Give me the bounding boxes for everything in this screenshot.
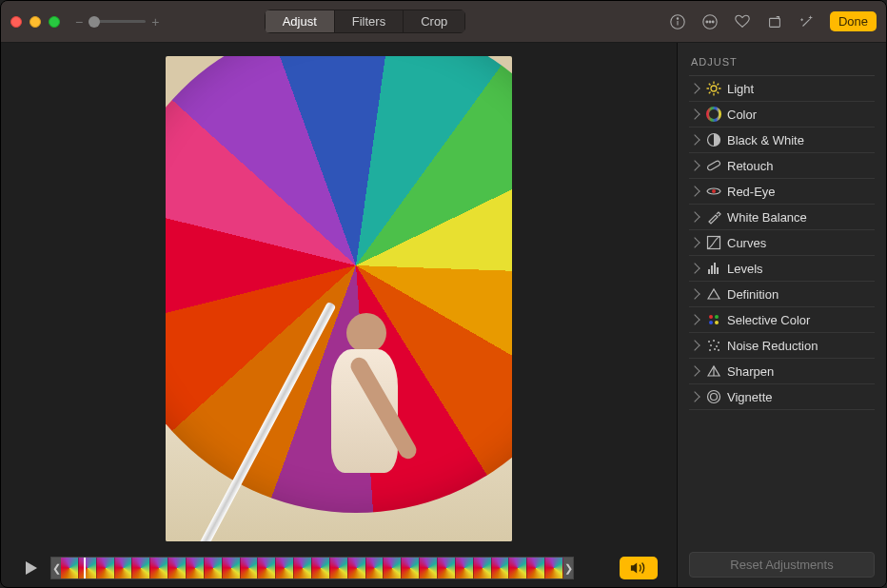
adjust-whitebalance[interactable]: White Balance — [689, 205, 875, 230]
more-button[interactable] — [700, 12, 719, 31]
trim-start-handle[interactable]: ❮ — [51, 558, 61, 578]
svg-point-35 — [709, 349, 711, 351]
adjust-label: Red-Eye — [727, 185, 776, 199]
svg-point-4 — [706, 21, 708, 23]
adjust-redeye[interactable]: Red-Eye — [689, 179, 875, 205]
tab-adjust[interactable]: Adjust — [265, 10, 334, 33]
adjust-label: White Balance — [727, 210, 807, 225]
info-button[interactable] — [668, 12, 687, 31]
adjust-curves[interactable]: Curves — [689, 230, 875, 256]
chevron-right-icon — [689, 391, 700, 402]
svg-point-38 — [708, 391, 720, 403]
svg-rect-23 — [711, 265, 713, 274]
edit-mode-tabs: Adjust Filters Crop — [265, 10, 466, 33]
svg-point-5 — [709, 21, 711, 23]
adjust-label: Vignette — [727, 390, 772, 404]
close-window-button[interactable] — [10, 16, 22, 28]
adjust-vignette[interactable]: Vignette — [689, 384, 875, 410]
svg-line-15 — [709, 92, 711, 94]
adjust-color[interactable]: Color — [689, 102, 875, 127]
adjust-label: Color — [727, 108, 757, 122]
rotate-button[interactable] — [765, 12, 784, 31]
svg-point-30 — [708, 341, 710, 343]
adjust-sidebar: ADJUST Light Color — [677, 43, 886, 587]
adjust-label: Retouch — [727, 159, 773, 173]
tab-filters[interactable]: Filters — [334, 10, 403, 33]
chevron-right-icon — [689, 263, 700, 273]
adjust-levels[interactable]: Levels — [689, 256, 875, 282]
adjust-retouch[interactable]: Retouch — [689, 153, 875, 179]
fullscreen-window-button[interactable] — [49, 16, 60, 28]
bandage-icon — [706, 158, 721, 173]
canvas-area: ❮ ❯ — [1, 43, 677, 587]
chevron-right-icon — [689, 108, 700, 119]
adjust-label: Black & White — [727, 133, 804, 147]
image-viewport[interactable] — [1, 43, 677, 555]
zoom-out-icon: − — [75, 14, 83, 29]
chevron-right-icon — [689, 237, 700, 247]
svg-point-6 — [712, 21, 714, 23]
video-timeline: ❮ ❯ — [1, 555, 677, 587]
audio-toggle-button[interactable] — [620, 557, 658, 579]
toolbar-right: Done — [668, 11, 877, 31]
svg-point-29 — [715, 321, 719, 324]
adjust-bw[interactable]: Black & White — [689, 127, 875, 153]
zoom-in-icon: + — [151, 14, 159, 29]
vignette-icon — [706, 389, 721, 404]
adjust-noise[interactable]: Noise Reduction — [689, 333, 875, 359]
zoom-track[interactable] — [89, 20, 146, 23]
svg-point-36 — [714, 348, 716, 350]
svg-point-34 — [716, 345, 718, 347]
chevron-right-icon — [689, 340, 700, 350]
adjust-selectivecolor[interactable]: Selective Color — [689, 307, 875, 333]
zoom-thumb[interactable] — [89, 16, 100, 28]
svg-point-32 — [718, 342, 719, 343]
tab-crop[interactable]: Crop — [403, 10, 465, 33]
chevron-right-icon — [689, 288, 700, 299]
contrast-icon — [706, 132, 721, 147]
edited-photo — [166, 56, 512, 541]
svg-rect-7 — [769, 18, 779, 27]
curves-icon — [706, 235, 721, 250]
play-button[interactable] — [20, 557, 43, 579]
chevron-right-icon — [689, 186, 700, 196]
favorite-button[interactable] — [733, 12, 752, 31]
svg-point-8 — [711, 86, 717, 91]
adjust-label: Light — [727, 82, 754, 96]
filmstrip[interactable]: ❮ ❯ — [50, 557, 574, 579]
svg-point-33 — [710, 344, 712, 346]
svg-point-27 — [715, 315, 719, 319]
svg-rect-19 — [707, 160, 721, 170]
adjust-sharpen[interactable]: Sharpen — [689, 359, 875, 384]
noise-icon — [706, 338, 721, 353]
eye-icon — [706, 184, 721, 199]
main-area: ❮ ❯ — [1, 43, 886, 587]
adjust-label: Noise Reduction — [727, 339, 818, 353]
svg-rect-25 — [717, 267, 719, 274]
toolbar: − + Adjust Filters Crop — [1, 1, 886, 43]
svg-rect-24 — [714, 263, 716, 274]
adjust-light[interactable]: Light — [689, 76, 875, 102]
trim-end-handle[interactable]: ❯ — [563, 558, 573, 578]
svg-point-17 — [708, 108, 720, 121]
zoom-slider[interactable]: − + — [75, 14, 159, 29]
adjust-definition[interactable]: Definition — [689, 282, 875, 307]
svg-rect-22 — [708, 269, 710, 274]
chevron-right-icon — [689, 83, 700, 93]
chevron-right-icon — [689, 211, 700, 222]
done-button[interactable]: Done — [830, 11, 877, 31]
auto-enhance-button[interactable] — [798, 12, 817, 31]
svg-point-26 — [709, 315, 713, 319]
svg-point-2 — [677, 17, 678, 18]
svg-point-37 — [718, 349, 719, 351]
minimize-window-button[interactable] — [30, 16, 41, 28]
svg-line-14 — [718, 92, 719, 94]
adjust-label: Selective Color — [727, 313, 810, 327]
reset-adjustments-button[interactable]: Reset Adjustments — [689, 552, 875, 578]
frames[interactable] — [61, 558, 563, 578]
sidebar-title: ADJUST — [689, 52, 875, 76]
levels-icon — [706, 261, 721, 276]
playhead[interactable] — [84, 557, 86, 579]
svg-line-16 — [718, 84, 719, 86]
chevron-right-icon — [689, 160, 700, 170]
